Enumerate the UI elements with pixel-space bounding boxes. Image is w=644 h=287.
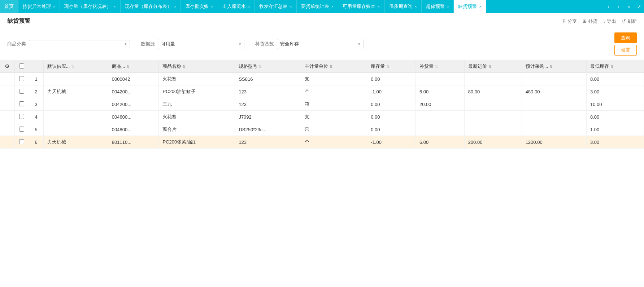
tab-exception-close[interactable]: × [53,4,55,9]
tab-available-ledger-close[interactable]: × [378,4,380,9]
tab-shortage-warning[interactable]: 缺货预警 × [454,0,486,13]
row-unit-0: 支 [301,73,367,85]
tab-expiry-query-close[interactable]: × [415,4,417,9]
tab-inventory-dist-close[interactable]: × [174,4,176,9]
row-checkbox-5[interactable] [19,139,24,144]
tab-order-stats-close[interactable]: × [331,4,334,9]
row-product-name-0: 火花塞 [159,73,235,85]
th-min-stock: 最低库存 ⇅ [586,60,644,73]
tab-expiry-query[interactable]: 保质期查询 × [385,0,422,13]
row-latest-price-3 [464,111,522,123]
row-latest-price-0 [464,73,522,85]
table-row: 1 0000042 火花塞 SS816 支 0.00 8.00 [0,73,644,85]
sort-replenish-qty-icon[interactable]: ⇅ [435,65,438,69]
share-button[interactable]: ⎘ 分享 [563,18,577,25]
row-checkbox-cell-0 [14,73,29,85]
tab-inventory-status[interactable]: 现存量（库存状况表） × [60,0,120,13]
tab-receive-summary-close[interactable]: × [290,4,292,9]
sort-est-purchase-icon[interactable]: ⇅ [549,65,552,69]
tab-in-out-flow-label: 出入库流水 [222,3,246,10]
tab-available-ledger[interactable]: 可用量库存账本 × [338,0,384,13]
row-min-stock-0: 8.00 [586,73,644,85]
tab-shortage-warning-close[interactable]: × [479,4,481,9]
row-checkbox-cell-5 [14,136,29,149]
filter-datasource-value: 可用量 [161,41,175,47]
table-body: 1 0000042 火花塞 SS816 支 0.00 8.00 2 力天机械 0… [0,73,644,149]
tab-nav-prev[interactable]: ‹ [604,4,614,9]
tab-batch-account[interactable]: 库存批次账 × [181,0,218,13]
row-spec-4: DS250*23c... [235,123,301,136]
query-button[interactable]: 查询 [614,32,637,43]
tab-overstock-warning[interactable]: 超储预警 × [422,0,454,13]
tab-home-label: 首页 [4,3,14,10]
tab-inventory-dist[interactable]: 现存量（库存分布表） × [121,0,181,13]
row-product-code-0: 0000042 [108,73,159,85]
row-checkbox-cell-3 [14,111,29,123]
th-spec: 规格型号 ⇅ [235,60,301,73]
gear-icon[interactable]: ⚙ [5,63,9,69]
tab-in-out-flow[interactable]: 出入库流水 × [218,0,255,13]
filter-replenish-base-label: 补货基数 [255,41,274,47]
th-unit: 主计量单位 ⇅ [301,60,367,73]
th-latest-price: 最新进价 ⇅ [464,60,522,73]
tab-receive-summary[interactable]: 收发存汇总表 × [255,0,296,13]
row-est-purchase-1: 480.00 [522,85,586,98]
filter-category-select[interactable]: ▾ [29,40,130,48]
row-checkbox-cell-4 [14,123,29,136]
tab-inventory-status-close[interactable]: × [113,4,116,9]
tab-nav-next[interactable]: › [614,4,624,9]
table-header-row: ⚙ 默认供应... ⇅ 商品... [0,60,644,73]
tab-bar-right: ‹ › × ⤢ [604,4,644,9]
th-latest-price-label: 最新进价 [468,63,487,70]
filter-datasource-group: 数据源 可用量 ▾ [141,39,244,49]
row-replenish-qty-0 [415,73,464,85]
sort-product-name-icon[interactable]: ⇅ [183,65,186,69]
row-checkbox-1[interactable] [19,89,24,94]
row-checkbox-0[interactable] [19,76,24,81]
settings-button[interactable]: 设置 [614,45,637,56]
tab-exception[interactable]: 拣货异常处理 × [18,0,60,13]
row-product-code-5: 801110... [108,136,159,149]
tab-home[interactable]: 首页 [0,0,18,13]
tab-overstock-warning-close[interactable]: × [447,4,449,9]
tab-expiry-query-label: 保质期查询 [389,3,413,10]
row-replenish-qty-1: 6.00 [415,85,464,98]
select-all-checkbox[interactable] [19,63,24,69]
sort-stock-qty-icon[interactable]: ⇅ [386,65,389,69]
tab-nav-close-all[interactable]: × [624,4,634,9]
sort-product-code-icon[interactable]: ⇅ [127,65,130,69]
filter-replenish-base-select[interactable]: 安全库存 ▾ [277,39,364,49]
sort-min-stock-icon[interactable]: ⇅ [610,65,613,69]
row-settings-0 [0,73,14,85]
chevron-down-icon: ▾ [125,42,127,47]
row-checkbox-2[interactable] [19,101,24,106]
export-button[interactable]: ↓ 导出 [603,18,617,25]
filter-datasource-label: 数据源 [141,41,155,47]
sort-unit-icon[interactable]: ⇅ [330,65,332,69]
tab-nav-fullscreen[interactable]: ⤢ [634,4,644,9]
replenish-button[interactable]: ⊞ 补货 [583,18,597,25]
row-spec-0: SS816 [235,73,301,85]
refresh-button[interactable]: ↺ 刷新 [622,18,637,25]
th-stock-qty: 库存量 ⇅ [367,60,416,73]
sort-supplier-icon[interactable]: ⇅ [71,65,74,69]
row-checkbox-3[interactable] [19,114,24,119]
row-settings-5 [0,136,14,149]
row-settings-2 [0,98,14,111]
row-spec-3: J7092 [235,111,301,123]
tab-order-stats[interactable]: 要货单统计表 × [297,0,338,13]
tab-in-out-flow-close[interactable]: × [248,4,250,9]
row-checkbox-4[interactable] [19,127,24,132]
sort-latest-price-icon[interactable]: ⇅ [488,65,491,69]
page-title: 缺货预警 [7,17,30,25]
th-product-code: 商品... ⇅ [108,60,159,73]
sort-spec-icon[interactable]: ⇅ [259,65,262,69]
row-unit-3: 支 [301,111,367,123]
export-icon: ↓ [603,18,606,24]
table-container: ⚙ 默认供应... ⇅ 商品... [0,60,644,149]
row-stock-qty-3: 0.00 [367,111,416,123]
tab-batch-account-close[interactable]: × [211,4,213,9]
row-spec-5: 123 [235,136,301,149]
filter-datasource-select[interactable]: 可用量 ▾ [158,39,244,49]
filter-bar: 商品分类 ▾ 数据源 可用量 ▾ 补货基数 安全库存 ▾ 查询 设置 [0,28,644,60]
